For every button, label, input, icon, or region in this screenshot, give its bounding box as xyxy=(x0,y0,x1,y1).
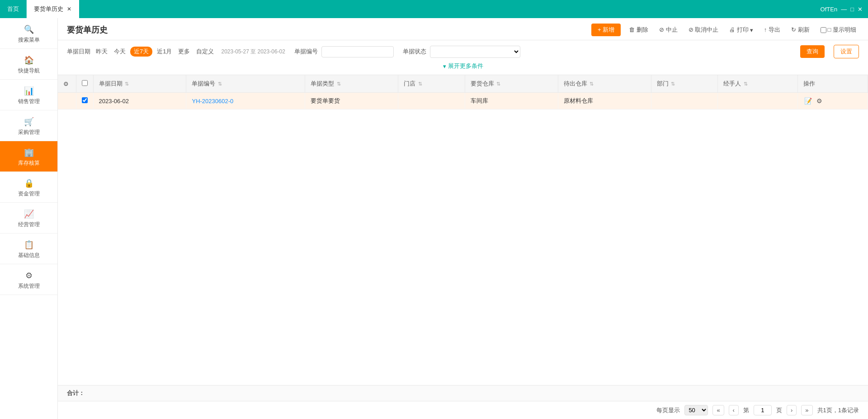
col-req-warehouse-label: 要货仓库 xyxy=(471,80,494,87)
export-button[interactable]: ↑ 导出 xyxy=(761,24,783,36)
date-shortcut-yesterday[interactable]: 昨天 xyxy=(94,47,109,57)
sidebar-item-quick-nav[interactable]: 🏠 快捷导航 xyxy=(0,49,57,80)
row-order-date: 2023-06-02 xyxy=(93,93,186,110)
last-page-btn[interactable]: » xyxy=(801,405,812,415)
sidebar-item-sys-mgmt-label: 系统管理 xyxy=(18,282,40,290)
sys-mgmt-icon: ⚙ xyxy=(25,271,33,281)
ops-mgmt-icon: 📈 xyxy=(24,209,34,219)
close-tab-icon[interactable]: ✕ xyxy=(67,6,71,12)
date-shortcut-custom[interactable]: 自定义 xyxy=(194,47,216,57)
col-handler[interactable]: 经手人 ⇅ xyxy=(718,75,798,93)
expand-more-icon: ▾ xyxy=(443,63,446,70)
sidebar-item-finance-mgmt[interactable]: 🔒 资金管理 xyxy=(0,172,57,203)
display-detail-checkbox[interactable] xyxy=(821,27,826,33)
sidebar-item-purchase-mgmt[interactable]: 🛒 采购管理 xyxy=(0,110,57,141)
col-pending-warehouse[interactable]: 待出仓库 ⇅ xyxy=(558,75,651,93)
col-settings[interactable]: ⚙ xyxy=(58,75,76,93)
col-order-no[interactable]: 单据编号 ⇅ xyxy=(186,75,305,93)
order-no-input[interactable] xyxy=(321,46,394,57)
col-order-no-label: 单据编号 xyxy=(192,80,215,87)
sort-store-icon[interactable]: ⇅ xyxy=(418,81,422,86)
prev-page-btn[interactable]: ‹ xyxy=(729,405,739,415)
content-area: 要货单历史 + 新增 🗑 删除 ⊘ 中止 ⊘ 取消中止 🖨 打印 ▾ ↑ 导出 … xyxy=(58,18,868,419)
settings-button[interactable]: 设置 xyxy=(834,45,859,58)
col-store[interactable]: 门店 ⇅ xyxy=(398,75,465,93)
row-checkbox-cell xyxy=(76,93,93,110)
close-window-btn[interactable]: ✕ xyxy=(858,6,863,13)
sidebar-item-sales-mgmt[interactable]: 📊 销售管理 xyxy=(0,80,57,110)
sort-handler-icon[interactable]: ⇅ xyxy=(744,81,748,86)
page-suffix-label: 页 xyxy=(776,406,782,414)
col-pending-warehouse-label: 待出仓库 xyxy=(564,80,587,87)
col-handler-label: 经手人 xyxy=(723,80,741,87)
row-edit-btn[interactable]: 📝 xyxy=(803,96,813,105)
query-button[interactable]: 查询 xyxy=(800,45,825,58)
order-no-label: 单据编号 xyxy=(294,48,318,56)
sort-req-warehouse-icon[interactable]: ⇅ xyxy=(496,81,500,86)
col-req-warehouse[interactable]: 要货仓库 ⇅ xyxy=(465,75,558,93)
date-filter-label: 单据日期 xyxy=(67,48,90,56)
sidebar-item-search-menu-label: 搜索菜单 xyxy=(18,36,40,44)
sort-department-icon[interactable]: ⇅ xyxy=(671,81,675,86)
order-no-link[interactable]: YH-20230602-0 xyxy=(192,98,233,105)
sidebar-item-ops-mgmt[interactable]: 📈 经营管理 xyxy=(0,203,57,233)
select-all-checkbox[interactable] xyxy=(82,80,88,86)
pagination: 每页显示 50 100 « ‹ 第 页 › » 共1页，1条记录 xyxy=(58,401,868,419)
page-input[interactable] xyxy=(754,405,772,415)
display-detail-button[interactable]: □ 显示明细 xyxy=(818,24,859,36)
refresh-button[interactable]: ↻ 刷新 xyxy=(788,24,812,36)
print-button[interactable]: 🖨 打印 ▾ xyxy=(726,24,756,36)
date-shortcut-7days[interactable]: 近7天 xyxy=(130,47,152,57)
sidebar-item-search-menu[interactable]: 🔍 搜索菜单 xyxy=(0,18,57,49)
first-page-btn[interactable]: « xyxy=(712,405,724,415)
col-department[interactable]: 部门 ⇅ xyxy=(651,75,718,93)
col-department-label: 部门 xyxy=(657,80,669,87)
row-checkbox[interactable] xyxy=(82,97,88,103)
row-order-type: 要货单要货 xyxy=(305,93,398,110)
maximize-btn[interactable]: □ xyxy=(850,6,854,13)
print-dropdown-icon[interactable]: ▾ xyxy=(750,27,753,33)
sort-order-type-icon[interactable]: ⇅ xyxy=(337,81,341,86)
per-page-select[interactable]: 50 100 xyxy=(684,405,708,415)
tab-order-history[interactable]: 要货单历史 ✕ xyxy=(27,0,79,18)
table-row: 2023-06-02 YH-20230602-0 要货单要货 车间库 原材料仓库… xyxy=(58,93,868,110)
sort-order-no-icon[interactable]: ⇅ xyxy=(218,81,222,86)
minimize-btn[interactable]: — xyxy=(841,6,847,13)
sort-pending-warehouse-icon[interactable]: ⇅ xyxy=(590,81,594,86)
date-shortcut-1month[interactable]: 近1月 xyxy=(155,47,174,57)
stop-button[interactable]: ⊘ 中止 xyxy=(656,24,680,36)
col-actions: 操作 xyxy=(797,75,868,93)
row-order-no: YH-20230602-0 xyxy=(186,93,305,110)
sidebar-item-purchase-mgmt-label: 采购管理 xyxy=(18,129,40,136)
tab-home[interactable]: 首页 xyxy=(0,0,27,18)
row-actions: 📝 ⚙ xyxy=(797,93,868,110)
row-delete-btn[interactable]: ⚙ xyxy=(816,96,823,105)
status-label: 单据状态 xyxy=(403,48,426,56)
sidebar-item-base-info[interactable]: 📋 基础信息 xyxy=(0,233,57,264)
sidebar-item-sys-mgmt[interactable]: ⚙ 系统管理 xyxy=(0,264,57,295)
col-store-label: 门店 xyxy=(404,80,415,87)
date-shortcut-more[interactable]: 更多 xyxy=(176,47,192,57)
next-page-btn[interactable]: › xyxy=(787,405,797,415)
finance-mgmt-icon: 🔒 xyxy=(24,178,34,188)
row-settings xyxy=(58,93,76,110)
quick-nav-icon: 🏠 xyxy=(24,55,34,65)
filter-row: 单据日期 昨天 今天 近7天 近1月 更多 自定义 2023-05-27 至 2… xyxy=(67,45,859,58)
col-order-date-label: 单据日期 xyxy=(99,80,123,87)
date-shortcut-today[interactable]: 今天 xyxy=(112,47,127,57)
table-footer: 合计： xyxy=(58,385,868,401)
sidebar-item-inventory[interactable]: 🏢 库存核算 xyxy=(0,141,57,172)
new-button[interactable]: + 新增 xyxy=(591,24,621,36)
sort-order-date-icon[interactable]: ⇅ xyxy=(125,81,129,86)
cancel-stop-button[interactable]: ⊘ 取消中止 xyxy=(686,24,722,36)
pagination-summary: 共1页，1条记录 xyxy=(817,406,859,414)
sidebar-item-base-info-label: 基础信息 xyxy=(18,252,40,259)
delete-button[interactable]: 🗑 删除 xyxy=(626,24,651,36)
col-order-type[interactable]: 单据类型 ⇅ xyxy=(305,75,398,93)
expand-more-btn[interactable]: ▾ 展开更多条件 xyxy=(67,62,859,70)
col-order-date[interactable]: 单据日期 ⇅ xyxy=(93,75,186,93)
sidebar-item-sales-mgmt-label: 销售管理 xyxy=(18,98,40,105)
table-header-row: ⚙ 单据日期 ⇅ 单据编号 ⇅ 单据类型 xyxy=(58,75,868,93)
status-select[interactable] xyxy=(430,46,520,58)
sidebar-item-quick-nav-label: 快捷导航 xyxy=(18,67,40,75)
